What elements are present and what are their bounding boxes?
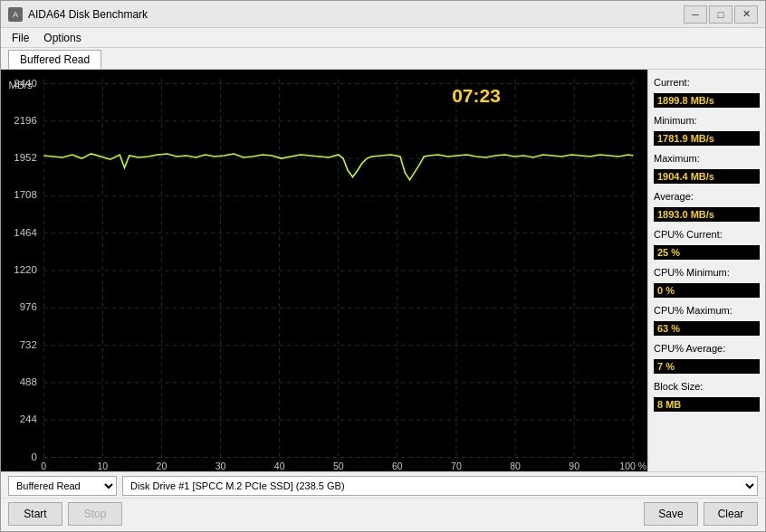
maximize-button[interactable]: □: [709, 5, 732, 24]
svg-text:80: 80: [510, 461, 521, 471]
stop-button[interactable]: Stop: [68, 502, 122, 526]
app-icon: A: [8, 7, 23, 22]
current-label: Current:: [654, 77, 760, 88]
svg-text:30: 30: [215, 461, 226, 471]
svg-text:0: 0: [31, 451, 36, 462]
close-button[interactable]: ✕: [734, 5, 758, 24]
svg-text:2196: 2196: [14, 115, 37, 126]
svg-text:0: 0: [41, 461, 46, 471]
save-button[interactable]: Save: [644, 502, 698, 526]
minimize-button[interactable]: ─: [684, 5, 707, 24]
svg-text:07:23: 07:23: [452, 85, 501, 106]
svg-text:MB/s: MB/s: [8, 80, 33, 90]
cpu-average-value: 7 %: [654, 359, 760, 374]
maximum-value: 1904.4 MB/s: [654, 169, 760, 184]
bottom-buttons: Start Stop Save Clear: [1, 498, 765, 531]
svg-text:244: 244: [20, 413, 38, 424]
average-value: 1893.0 MB/s: [654, 207, 760, 222]
cpu-current-value: 25 %: [654, 245, 760, 260]
svg-text:1952: 1952: [14, 152, 37, 163]
sidebar-stats: Current: 1899.8 MB/s Minimum: 1781.9 MB/…: [647, 70, 765, 471]
svg-text:1708: 1708: [14, 190, 37, 201]
svg-text:70: 70: [451, 461, 462, 471]
cpu-minimum-label: CPU% Minimum:: [654, 267, 760, 278]
svg-text:976: 976: [20, 301, 37, 312]
block-size-label: Block Size:: [654, 381, 760, 392]
title-bar: A AIDA64 Disk Benchmark ─ □ ✕: [1, 1, 765, 28]
svg-text:90: 90: [569, 461, 579, 471]
menu-bar: File Options: [1, 28, 765, 48]
chart-svg: 2440 2196 1952 1708 1464 1220 976 732 48…: [1, 70, 647, 471]
window-title: AIDA64 Disk Benchmark: [28, 8, 684, 21]
cpu-minimum-value: 0 %: [654, 283, 760, 298]
svg-text:732: 732: [20, 339, 37, 350]
cpu-maximum-value: 63 %: [654, 321, 760, 336]
average-label: Average:: [654, 191, 760, 202]
bottom-dropdowns: Buffered Read Unbuffered Read Random Rea…: [1, 471, 765, 498]
start-button[interactable]: Start: [8, 502, 62, 526]
svg-text:488: 488: [20, 376, 37, 387]
current-value: 1899.8 MB/s: [654, 93, 760, 108]
minimum-value: 1781.9 MB/s: [654, 131, 760, 146]
svg-text:100 %: 100 %: [619, 461, 646, 471]
cpu-maximum-label: CPU% Maximum:: [654, 305, 760, 316]
svg-text:1220: 1220: [14, 264, 37, 275]
clear-button[interactable]: Clear: [704, 502, 758, 526]
svg-text:20: 20: [157, 461, 168, 471]
svg-text:40: 40: [274, 461, 285, 471]
block-size-value: 8 MB: [654, 397, 760, 412]
minimum-label: Minimum:: [654, 115, 760, 126]
svg-text:1464: 1464: [14, 227, 37, 238]
test-type-dropdown[interactable]: Buffered Read Unbuffered Read Random Rea…: [8, 476, 117, 496]
svg-text:10: 10: [98, 461, 109, 471]
main-content: 2440 2196 1952 1708 1464 1220 976 732 48…: [1, 70, 765, 471]
cpu-average-label: CPU% Average:: [654, 343, 760, 354]
svg-text:50: 50: [333, 461, 344, 471]
chart-area: 2440 2196 1952 1708 1464 1220 976 732 48…: [1, 70, 647, 471]
tab-bar: Buffered Read: [1, 48, 765, 70]
svg-text:60: 60: [392, 461, 403, 471]
title-controls: ─ □ ✕: [684, 5, 758, 24]
disk-dropdown[interactable]: Disk Drive #1 [SPCC M.2 PCIe SSD] (238.5…: [122, 476, 758, 496]
main-window: A AIDA64 Disk Benchmark ─ □ ✕ File Optio…: [0, 0, 766, 532]
menu-file[interactable]: File: [5, 30, 36, 46]
maximum-label: Maximum:: [654, 153, 760, 164]
menu-options[interactable]: Options: [36, 30, 88, 46]
cpu-current-label: CPU% Current:: [654, 229, 760, 240]
tab-buffered-read[interactable]: Buffered Read: [8, 50, 101, 69]
